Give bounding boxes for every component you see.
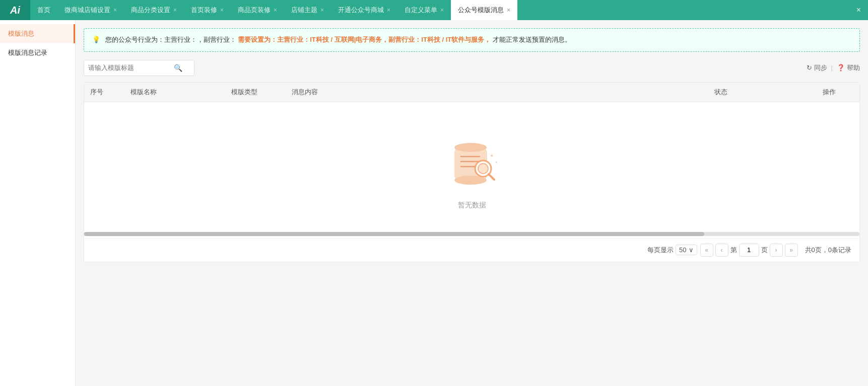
divider: | <box>831 64 833 71</box>
tab-template-msg[interactable]: 公众号模版消息 × <box>451 0 517 20</box>
search-icon[interactable]: 🔍 <box>174 64 182 72</box>
col-action: 操作 <box>799 83 859 102</box>
notice-box: 💡 您的公众号行业为：主营行业：，副营行业： 需要设置为：主营行业：IT科技 /… <box>84 28 860 52</box>
close-tab-product-decor[interactable]: × <box>274 7 277 14</box>
svg-text:✦: ✦ <box>495 161 498 164</box>
close-tab-shop-theme[interactable]: × <box>320 7 324 14</box>
tab-shop-theme[interactable]: 店铺主题 × <box>284 0 331 20</box>
first-page-button[interactable]: « <box>700 244 713 257</box>
sync-icon: ↻ <box>807 64 812 71</box>
next-page-button[interactable]: › <box>770 244 783 257</box>
sync-button[interactable]: ↻ 同步 <box>807 63 827 72</box>
tab-home-decor[interactable]: 首页装修 × <box>184 0 231 20</box>
tab-open-mall[interactable]: 开通公众号商城 × <box>331 0 397 20</box>
total-info: 共0页，0条记录 <box>805 246 851 255</box>
svg-point-8 <box>478 164 488 174</box>
col-status: 状态 <box>708 83 799 102</box>
svg-line-9 <box>489 174 494 180</box>
app-logo: Ai <box>0 0 30 20</box>
table-header: 序号 模版名称 模版类型 消息内容 状态 操作 <box>84 83 859 102</box>
help-icon: ❓ <box>837 64 845 71</box>
empty-text: 暂无数据 <box>458 201 486 210</box>
close-tab-home-decor[interactable]: × <box>220 7 224 14</box>
tab-product-decor[interactable]: 商品页装修 × <box>231 0 284 20</box>
sidebar: 模版消息 模版消息记录 <box>0 20 76 386</box>
page-navigation: « ‹ 第 页 › » <box>700 244 798 257</box>
col-type: 模版类型 <box>225 83 286 102</box>
page-input[interactable] <box>739 244 759 257</box>
tab-wshop-settings[interactable]: 微商城店铺设置 × <box>57 0 124 20</box>
close-tab-wshop-settings[interactable]: × <box>113 7 117 14</box>
sidebar-item-template-msg-log[interactable]: 模版消息记录 <box>0 43 75 62</box>
prev-page-button[interactable]: ‹ <box>715 244 728 257</box>
close-all-tabs-button[interactable]: × <box>849 6 868 15</box>
bulb-icon: 💡 <box>92 36 100 43</box>
pagination-bar: 每页显示 50 ∨ « ‹ 第 页 <box>84 238 859 262</box>
last-page-button[interactable]: » <box>785 244 798 257</box>
per-page-select: 每页显示 50 ∨ <box>647 245 697 255</box>
first-page-icon: « <box>705 247 708 254</box>
search-bar: 🔍 ↻ 同步 | ❓ 帮助 <box>84 60 860 76</box>
top-navigation: Ai 首页 微商城店铺设置 × 商品分类设置 × 首页装修 × 商品页装修 × … <box>0 0 868 20</box>
tab-product-category[interactable]: 商品分类设置 × <box>124 0 184 20</box>
main-layout: 模版消息 模版消息记录 💡 您的公众号行业为：主营行业：，副营行业： 需要设置为… <box>0 20 868 386</box>
prev-page-icon: ‹ <box>721 247 723 254</box>
col-name: 模版名称 <box>124 83 225 102</box>
data-table: 序号 模版名称 模版类型 消息内容 状态 操作 <box>84 82 860 262</box>
svg-point-2 <box>454 143 487 152</box>
empty-icon: ✦ ✦ <box>442 132 502 193</box>
close-tab-custom-menu[interactable]: × <box>440 7 444 14</box>
scrollbar-thumb[interactable] <box>84 232 704 236</box>
empty-state: ✦ ✦ 暂无数据 <box>84 102 859 230</box>
search-input-wrap[interactable]: 🔍 <box>84 60 194 76</box>
next-page-icon: › <box>775 247 777 254</box>
svg-text:✦: ✦ <box>490 153 494 159</box>
col-seq: 序号 <box>84 83 124 102</box>
search-input[interactable] <box>88 64 174 71</box>
last-page-icon: » <box>789 247 793 254</box>
tab-home[interactable]: 首页 <box>30 0 57 20</box>
per-page-dropdown[interactable]: 50 ∨ <box>676 245 697 255</box>
col-content: 消息内容 <box>286 83 708 102</box>
close-tab-product-category[interactable]: × <box>173 7 177 14</box>
horizontal-scrollbar[interactable] <box>84 232 859 236</box>
toolbar-right: ↻ 同步 | ❓ 帮助 <box>807 63 860 72</box>
content-area: 💡 您的公众号行业为：主营行业：，副营行业： 需要设置为：主营行业：IT科技 /… <box>76 20 868 386</box>
sidebar-item-template-msg[interactable]: 模版消息 <box>0 24 75 43</box>
chevron-down-icon: ∨ <box>689 246 694 254</box>
help-button[interactable]: ❓ 帮助 <box>837 63 860 72</box>
close-tab-open-mall[interactable]: × <box>387 7 390 14</box>
close-tab-template-msg[interactable]: × <box>507 7 510 14</box>
tab-custom-menu[interactable]: 自定义菜单 × <box>397 0 451 20</box>
